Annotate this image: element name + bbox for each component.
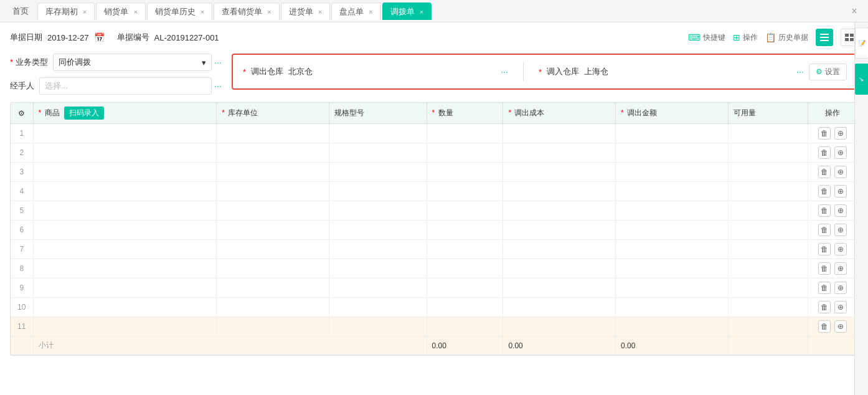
row-quantity[interactable]	[427, 143, 503, 163]
row-available[interactable]	[728, 298, 808, 317]
row-product[interactable]	[33, 298, 217, 317]
row-spec[interactable]	[329, 201, 427, 221]
business-type-more[interactable]: ···	[214, 57, 222, 67]
row-transfer-cost[interactable]	[503, 143, 616, 163]
tab-transfer-order[interactable]: 调拨单 ×	[382, 2, 432, 20]
copy-btn[interactable]: ⊕	[834, 127, 847, 140]
calendar-icon[interactable]: 📅	[94, 32, 105, 42]
row-available[interactable]	[728, 259, 808, 278]
row-spec[interactable]	[329, 259, 427, 278]
row-product[interactable]	[33, 221, 217, 240]
row-product[interactable]	[33, 259, 217, 278]
row-transfer-amount[interactable]	[616, 182, 729, 201]
row-transfer-amount[interactable]	[616, 143, 729, 163]
tab-sales-order[interactable]: 销货单 ×	[96, 2, 145, 20]
row-quantity[interactable]	[427, 259, 503, 278]
row-unit[interactable]	[217, 163, 329, 182]
gear-header-icon[interactable]: ⚙	[18, 109, 25, 118]
shortcuts-btn[interactable]: ⌨ 快捷键	[688, 32, 725, 43]
side-expand-btn[interactable]: ↗	[855, 64, 869, 95]
row-product[interactable]	[33, 124, 217, 143]
tab-purchase-order[interactable]: 进货单 ×	[281, 2, 330, 20]
row-transfer-cost[interactable]	[503, 163, 616, 182]
tab-inventory-count-close[interactable]: ×	[369, 8, 372, 16]
row-transfer-cost[interactable]	[503, 259, 616, 278]
row-quantity[interactable]	[427, 163, 503, 182]
settings-btn[interactable]: ⚙ 设置	[809, 64, 847, 80]
row-transfer-cost[interactable]	[503, 182, 616, 201]
row-spec[interactable]	[329, 163, 427, 182]
row-product[interactable]	[33, 143, 217, 163]
row-product[interactable]	[33, 182, 217, 201]
row-transfer-amount[interactable]	[616, 278, 729, 298]
operations-btn[interactable]: ⊞ 操作	[733, 32, 758, 43]
layout-lines-btn[interactable]	[816, 29, 833, 46]
row-available[interactable]	[728, 278, 808, 298]
row-spec[interactable]	[329, 240, 427, 259]
row-product[interactable]	[33, 317, 217, 336]
copy-btn[interactable]: ⊕	[834, 166, 847, 178]
copy-btn[interactable]: ⊕	[834, 204, 847, 217]
handler-more[interactable]: ···	[214, 81, 222, 91]
row-transfer-amount[interactable]	[616, 317, 729, 336]
copy-btn[interactable]: ⊕	[834, 301, 847, 313]
delete-btn[interactable]: 🗑	[818, 146, 831, 159]
row-transfer-cost[interactable]	[503, 124, 616, 143]
row-product[interactable]	[33, 240, 217, 259]
row-quantity[interactable]	[427, 124, 503, 143]
row-transfer-amount[interactable]	[616, 163, 729, 182]
row-transfer-cost[interactable]	[503, 221, 616, 240]
row-spec[interactable]	[329, 278, 427, 298]
tab-inventory-init[interactable]: 库存期初 ×	[37, 2, 95, 20]
row-transfer-cost[interactable]	[503, 240, 616, 259]
row-unit[interactable]	[217, 201, 329, 221]
row-quantity[interactable]	[427, 278, 503, 298]
row-transfer-cost[interactable]	[503, 278, 616, 298]
side-notes-btn[interactable]: 📝	[855, 27, 869, 59]
delete-btn[interactable]: 🗑	[818, 204, 831, 217]
row-product[interactable]	[33, 163, 217, 182]
row-spec[interactable]	[329, 221, 427, 240]
row-unit[interactable]	[217, 317, 329, 336]
row-spec[interactable]	[329, 298, 427, 317]
row-available[interactable]	[728, 124, 808, 143]
row-available[interactable]	[728, 163, 808, 182]
tab-purchase-order-close[interactable]: ×	[318, 8, 322, 16]
copy-btn[interactable]: ⊕	[834, 146, 847, 159]
copy-btn[interactable]: ⊕	[834, 224, 847, 236]
handler-select[interactable]: 选择...	[39, 77, 212, 95]
delete-btn[interactable]: 🗑	[818, 320, 831, 333]
tab-sales-history[interactable]: 销货单历史 ×	[147, 2, 212, 20]
tab-home[interactable]: 首页	[5, 2, 36, 20]
delete-btn[interactable]: 🗑	[818, 262, 831, 275]
row-quantity[interactable]	[427, 182, 503, 201]
row-transfer-amount[interactable]	[616, 240, 729, 259]
row-transfer-amount[interactable]	[616, 221, 729, 240]
row-transfer-cost[interactable]	[503, 201, 616, 221]
row-quantity[interactable]	[427, 221, 503, 240]
tab-view-sales-close[interactable]: ×	[267, 8, 271, 16]
tab-inventory-init-close[interactable]: ×	[83, 8, 87, 16]
row-unit[interactable]	[217, 259, 329, 278]
delete-btn[interactable]: 🗑	[818, 243, 831, 255]
warehouse-out-more[interactable]: ···	[501, 67, 508, 77]
history-btn[interactable]: 📋 历史单据	[765, 32, 808, 43]
row-available[interactable]	[728, 221, 808, 240]
delete-btn[interactable]: 🗑	[818, 166, 831, 178]
row-quantity[interactable]	[427, 317, 503, 336]
row-spec[interactable]	[329, 124, 427, 143]
row-spec[interactable]	[329, 182, 427, 201]
warehouse-in-more[interactable]: ···	[796, 67, 804, 77]
row-product[interactable]	[33, 201, 217, 221]
row-available[interactable]	[728, 182, 808, 201]
row-spec[interactable]	[329, 317, 427, 336]
row-transfer-cost[interactable]	[503, 298, 616, 317]
tab-transfer-order-close[interactable]: ×	[420, 8, 423, 16]
delete-btn[interactable]: 🗑	[818, 301, 831, 313]
tab-view-sales[interactable]: 查看销货单 ×	[214, 2, 279, 20]
row-unit[interactable]	[217, 221, 329, 240]
tab-sales-history-close[interactable]: ×	[200, 8, 204, 16]
copy-btn[interactable]: ⊕	[834, 185, 847, 198]
row-transfer-amount[interactable]	[616, 259, 729, 278]
row-unit[interactable]	[217, 182, 329, 201]
